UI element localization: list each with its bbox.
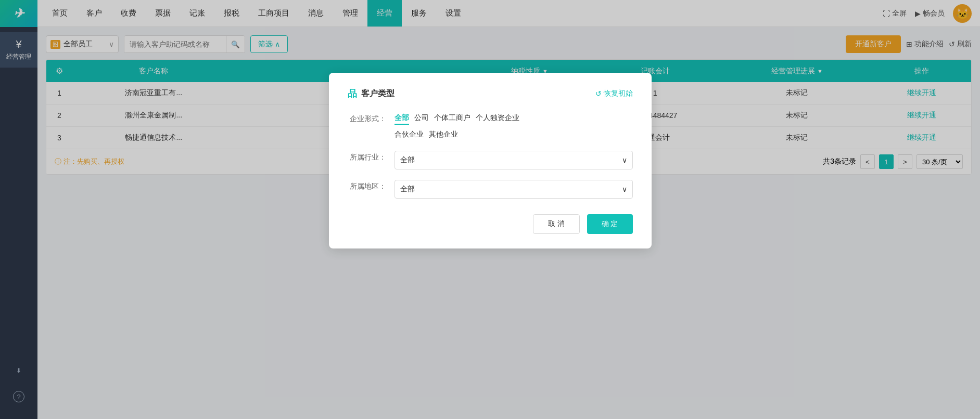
chevron-down-icon: ∨ — [622, 156, 627, 164]
industry-select[interactable]: 全部 ∨ — [394, 151, 633, 169]
enterprise-option-company[interactable]: 公司 — [414, 112, 429, 125]
enterprise-form-options: 全部 公司 个体工商户 个人独资企业 合伙企业 其他企业 — [394, 112, 633, 140]
industry-label: 所属行业： — [348, 151, 394, 162]
region-select-wrapper: 全部 ∨ — [394, 180, 633, 199]
enterprise-option-all[interactable]: 全部 — [394, 112, 409, 125]
reset-icon: ↺ — [595, 89, 602, 98]
region-row: 所属地区： 全部 ∨ — [348, 180, 633, 199]
enterprise-option-other[interactable]: 其他企业 — [429, 129, 458, 140]
enterprise-option-individual[interactable]: 个体工商户 — [434, 112, 470, 125]
enterprise-form-row: 企业形式： 全部 公司 个体工商户 个人独资企业 合伙企业 其他企业 — [348, 112, 633, 140]
enterprise-option-sole[interactable]: 个人独资企业 — [476, 112, 519, 125]
filter-modal: 品 客户类型 ↺ 恢复初始 企业形式： 全部 公司 个体工商户 个人独资企业 合… — [329, 73, 652, 248]
industry-select-wrapper: 全部 ∨ — [394, 151, 633, 169]
region-label: 所属地区： — [348, 180, 394, 191]
industry-row: 所属行业： 全部 ∨ — [348, 151, 633, 169]
chevron-down-icon: ∨ — [622, 185, 627, 193]
enterprise-option-partnership[interactable]: 合伙企业 — [394, 129, 424, 140]
modal-title: 品 客户类型 — [348, 87, 394, 100]
confirm-button[interactable]: 确 定 — [587, 214, 633, 234]
modal-title-icon: 品 — [348, 87, 357, 100]
enterprise-tags-row2: 合伙企业 其他企业 — [394, 129, 633, 140]
enterprise-form-label: 企业形式： — [348, 112, 394, 124]
modal-footer: 取 消 确 定 — [348, 214, 633, 234]
modal-overlay: 品 客户类型 ↺ 恢复初始 企业形式： 全部 公司 个体工商户 个人独资企业 合… — [0, 0, 980, 419]
reset-button[interactable]: ↺ 恢复初始 — [595, 89, 633, 98]
enterprise-tags: 全部 公司 个体工商户 个人独资企业 — [394, 112, 633, 125]
modal-header: 品 客户类型 ↺ 恢复初始 — [348, 87, 633, 100]
region-select[interactable]: 全部 ∨ — [394, 180, 633, 199]
cancel-button[interactable]: 取 消 — [533, 214, 580, 234]
